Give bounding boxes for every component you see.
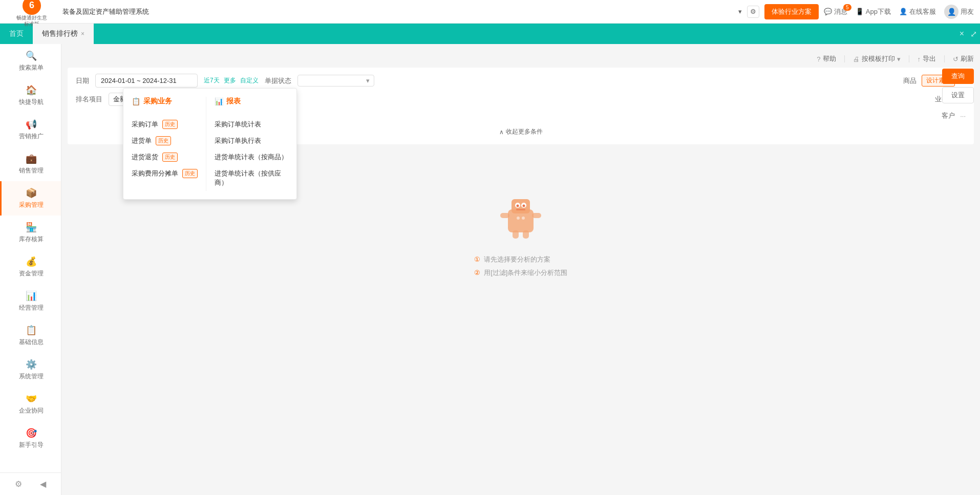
trial-button[interactable]: 体验行业方案 [764, 4, 819, 19]
divider2 [909, 55, 909, 62]
bill-status-select[interactable]: ▾ [297, 75, 374, 87]
tab-sales-rank[interactable]: 销售排行榜 × [33, 24, 94, 44]
sidebar-bottom: ⚙ ◀ [0, 472, 61, 495]
refresh-icon: ↺ [953, 55, 958, 63]
sidebar-collapse-icon[interactable]: ◀ [40, 479, 46, 489]
nav-tabs: 首页 销售排行榜 × × ⤢ [0, 24, 980, 44]
export-button[interactable]: ↑ 导出 [918, 54, 936, 63]
help-button[interactable]: ? 帮助 [817, 54, 836, 63]
system-dropdown-icon[interactable]: ▾ [738, 8, 742, 15]
print-dropdown-icon[interactable]: ▾ [897, 55, 901, 63]
svg-point-4 [517, 205, 519, 207]
message-badge: 5 [843, 4, 851, 11]
content-area: ? 帮助 🖨 按模板打印 ▾ ↑ 导出 ↺ 刷新 日期 [61, 44, 980, 495]
settings-button[interactable]: 设置 [942, 87, 974, 103]
messages-button[interactable]: 💬 消息 5 [824, 7, 847, 16]
dropdown-item-inbound-goods[interactable]: 进货单统计表（按商品） [215, 149, 289, 165]
collapse-button[interactable]: ∧ 收起更多条件 [499, 125, 543, 138]
shortcut-7days[interactable]: 近7天 [204, 76, 220, 85]
inventory-icon: 🏪 [26, 222, 37, 233]
action-buttons: 查询 设置 [942, 69, 974, 103]
topbar: 6 畅捷通好生意 标准版 装备及固定资产辅助管理系统 ▾ ⚙ 体验行业方案 💬 … [0, 0, 980, 24]
purchase-biz-icon: 📋 [132, 97, 140, 105]
sidebar-item-purchase[interactable]: 📦 采购管理 [0, 181, 61, 216]
user-area[interactable]: 👤 用友 [944, 5, 974, 19]
sidebar-item-enterprise[interactable]: 🤝 企业协同 [0, 387, 61, 421]
export-icon: ↑ [918, 55, 921, 63]
dropdown-item-return[interactable]: 进货退货 历史 [132, 149, 206, 165]
sidebar-item-marketing[interactable]: 📢 营销推广 [0, 113, 61, 147]
settings-icon[interactable]: ⚙ [747, 6, 759, 18]
bill-status-label: 单据状态 [265, 76, 291, 85]
dropdown-item-inbound-supplier[interactable]: 进货单统计表（按供应商） [215, 165, 289, 191]
resize-button[interactable]: ⤢ [967, 29, 980, 39]
service-icon: 👤 [899, 8, 907, 15]
sidebar-item-operation[interactable]: 📊 经营管理 [0, 284, 61, 318]
user-name: 用友 [961, 7, 974, 16]
shortcut-more[interactable]: 更多 [224, 76, 236, 85]
dropdown-item-expense[interactable]: 采购费用分摊单 历史 [132, 165, 206, 182]
date-input[interactable] [95, 74, 198, 88]
svg-point-11 [517, 217, 520, 220]
bill-status-dropdown-icon: ▾ [366, 77, 370, 84]
basic-icon: 📋 [26, 325, 37, 336]
marketing-icon: 📢 [26, 119, 37, 130]
dropdown-item-purchase-order[interactable]: 采购订单 历史 [132, 116, 206, 133]
customer-ellipsis[interactable]: ··· [960, 112, 966, 120]
system-icon: ⚙️ [26, 359, 37, 370]
dropdown-col-purchase: 📋 采购业务 采购订单 历史 进货单 历史 进货退货 历史 [132, 97, 206, 191]
search-icon: 🔍 [26, 50, 37, 61]
sidebar-item-search[interactable]: 🔍 搜索菜单 [0, 44, 61, 78]
help-toolbar: ? 帮助 🖨 按模板打印 ▾ ↑ 导出 ↺ 刷新 [68, 50, 974, 68]
tab-home[interactable]: 首页 [0, 24, 33, 44]
help-icon: ? [817, 55, 820, 63]
collapse-arrow-icon: ∧ [499, 128, 504, 136]
home-icon: 🏠 [26, 84, 37, 96]
date-label: 日期 [76, 76, 89, 85]
dropdown-item-inbound[interactable]: 进货单 历史 [132, 133, 206, 149]
hist-badge-3: 历史 [182, 169, 198, 178]
dropdown-item-po-stats[interactable]: 采购订单统计表 [215, 116, 289, 133]
svg-rect-6 [516, 209, 525, 210]
refresh-button[interactable]: ↺ 刷新 [953, 54, 974, 63]
dropdown-menu: 📋 采购业务 采购订单 历史 进货单 历史 进货退货 历史 [123, 88, 297, 200]
online-service-button[interactable]: 👤 在线客服 [899, 7, 936, 16]
sidebar-item-basic[interactable]: 📋 基础信息 [0, 318, 61, 353]
sidebar-item-guide[interactable]: 🎯 新手引导 [0, 421, 61, 456]
empty-text: ① 请先选择要分析的方案 ② 用[过滤]条件来缩小分析范围 [474, 253, 568, 279]
topbar-right: 💬 消息 5 📱 App下载 👤 在线客服 👤 用友 [824, 5, 974, 19]
app-download-button[interactable]: 📱 App下载 [856, 7, 891, 16]
logo-area: 6 畅捷通好生意 标准版 [6, 0, 57, 27]
logo-icon: 6 [23, 0, 41, 15]
system-name: 装备及固定资产辅助管理系统 [62, 7, 733, 16]
purchase-icon: 📦 [26, 187, 37, 199]
print-button[interactable]: 🖨 按模板打印 ▾ [853, 54, 901, 63]
finance-icon: 💰 [26, 256, 37, 267]
shortcut-custom[interactable]: 自定义 [240, 76, 259, 85]
tab-close-icon[interactable]: × [81, 30, 84, 37]
divider3 [944, 55, 945, 62]
hist-badge-0: 历史 [162, 120, 178, 129]
enterprise-icon: 🤝 [26, 393, 37, 404]
sidebar-item-system[interactable]: ⚙️ 系统管理 [0, 353, 61, 387]
sidebar-item-sales[interactable]: 💼 销售管理 [0, 147, 61, 181]
query-button[interactable]: 查询 [942, 69, 974, 84]
sidebar-item-finance[interactable]: 💰 资金管理 [0, 250, 61, 284]
hist-badge-1: 历史 [156, 136, 171, 145]
hist-badge-2: 历史 [162, 153, 178, 162]
filter-row-1: 日期 近7天 更多 自定义 单据状态 ▾ 商品 设计素 × [76, 74, 966, 88]
sidebar-settings-icon[interactable]: ⚙ [15, 479, 22, 489]
dropdown-item-po-exec[interactable]: 采购订单执行表 [215, 133, 289, 149]
sales-icon: 💼 [26, 153, 37, 164]
svg-rect-7 [500, 213, 509, 218]
main-layout: 🔍 搜索菜单 🏠 快捷导航 📢 营销推广 💼 销售管理 📦 采购管理 🏪 库存核… [0, 44, 980, 495]
sidebar-item-inventory[interactable]: 🏪 库存核算 [0, 216, 61, 250]
svg-rect-8 [532, 213, 541, 218]
user-avatar: 👤 [944, 5, 958, 19]
report-icon: 📊 [215, 97, 223, 105]
empty-hint-1: ① 请先选择要分析的方案 [474, 253, 568, 266]
close-all-tabs-button[interactable]: × [956, 29, 967, 38]
operation-icon: 📊 [26, 290, 37, 302]
sidebar-item-quicknav[interactable]: 🏠 快捷导航 [0, 78, 61, 113]
print-icon: 🖨 [853, 55, 860, 63]
